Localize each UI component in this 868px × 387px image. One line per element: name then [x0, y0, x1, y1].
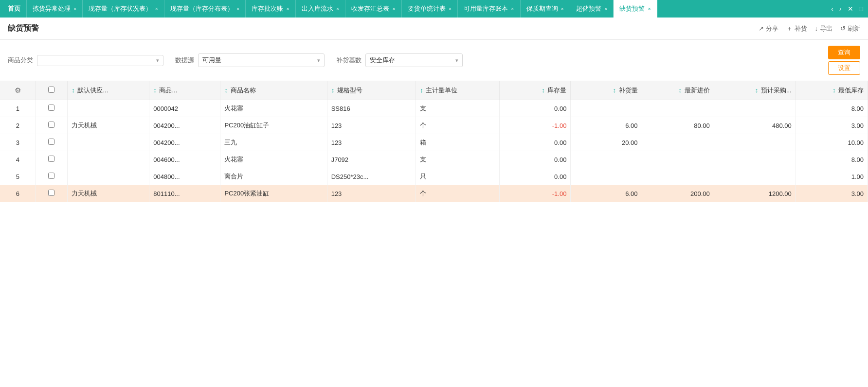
tab-recv[interactable]: 收发存汇总表×: [345, 0, 401, 18]
refresh-icon: ↺: [840, 25, 846, 32]
th-price-sort-icon: ↕: [679, 87, 682, 94]
tab-demand[interactable]: 要货单统计表×: [402, 0, 458, 18]
cell-code-5: 801110...: [149, 185, 220, 202]
th-supplier: ↕ 默认供应...: [68, 81, 149, 100]
th-code-label: 商品...: [159, 87, 177, 94]
th-code-sort-icon: ↕: [153, 87, 157, 94]
tab-stock-status[interactable]: 现存量（库存状况表）×: [83, 0, 164, 18]
th-minstock-label: 最低库存: [838, 87, 864, 94]
cell-price-0: [642, 100, 714, 117]
cell-supplier-4: [68, 168, 149, 185]
cell-cb-4: [36, 168, 68, 185]
row-checkbox-2[interactable]: [48, 139, 54, 145]
tab-overstock[interactable]: 超储预警×: [570, 0, 614, 18]
tab-shortage[interactable]: 缺货预警×: [614, 0, 657, 18]
th-name: ↕ 商品名称: [220, 81, 327, 100]
th-checkbox: [36, 81, 68, 100]
cell-supplier-5: 力天机械: [68, 185, 149, 202]
tab-expire[interactable]: 保质期查询×: [521, 0, 570, 18]
tab-label-shortage: 缺货预警: [619, 4, 645, 13]
datasource-dropdown-icon: ▾: [317, 57, 320, 64]
base-select[interactable]: 安全库存 ▾: [365, 53, 463, 67]
row-checkbox-3[interactable]: [48, 156, 54, 162]
cell-minstock-3: 8.00: [796, 151, 868, 168]
table-row: 5004800...离合片DS250*23c...只0.001.00: [0, 168, 868, 185]
th-spec-label: 规格型号: [337, 87, 362, 94]
tab-close-shortage[interactable]: ×: [648, 6, 651, 12]
replenish-label: 补货: [795, 24, 807, 33]
category-select[interactable]: ▾: [37, 55, 163, 66]
cell-spec-3: J7092: [327, 151, 416, 168]
row-checkbox-0[interactable]: [48, 105, 54, 111]
datasource-select[interactable]: 可用量 ▾: [198, 53, 325, 67]
datasource-filter-group: 数据源 可用量 ▾: [175, 53, 325, 67]
export-button[interactable]: ↓ 导出: [815, 24, 833, 33]
th-stock-sort-icon: ↕: [542, 87, 545, 94]
row-checkbox-4[interactable]: [48, 173, 54, 179]
th-supplier-sort-icon: ↕: [72, 87, 75, 94]
settings-button[interactable]: 设置: [828, 61, 860, 75]
th-unit-label: 主计量单位: [426, 87, 457, 94]
tab-home[interactable]: 首页: [2, 0, 27, 18]
replenish-button[interactable]: ＋ 补货: [786, 24, 807, 33]
tab-avail[interactable]: 可用量库存账本×: [458, 0, 520, 18]
tab-close-stock-status[interactable]: ×: [155, 6, 158, 12]
close-window-button[interactable]: ✕: [845, 5, 856, 13]
cell-price-3: [642, 151, 714, 168]
select-all-checkbox[interactable]: [48, 87, 54, 93]
row-checkbox-5[interactable]: [48, 190, 54, 196]
main-content: 缺货预警 ↗ 分享 ＋ 补货 ↓ 导出 ↺ 刷新 商品分类: [0, 18, 868, 387]
tab-bar: 首页拣货异常处理×现存量（库存状况表）×现存量（库存分布表）×库存批次账×出入库…: [0, 0, 868, 18]
tab-close-demand[interactable]: ×: [449, 6, 452, 12]
th-replen-label: 补货量: [619, 87, 638, 94]
tab-close-expire[interactable]: ×: [561, 6, 564, 12]
tab-exception[interactable]: 拣货异常处理×: [27, 0, 83, 18]
next-tab-button[interactable]: ›: [836, 5, 845, 13]
row-checkbox-1[interactable]: [48, 122, 54, 128]
cell-replen-3: [571, 151, 642, 168]
tab-close-recv[interactable]: ×: [392, 6, 395, 12]
replenish-icon: ＋: [786, 24, 793, 33]
th-gear: ⚙: [0, 81, 36, 100]
gear-icon[interactable]: ⚙: [15, 86, 21, 94]
tab-close-exception[interactable]: ×: [73, 6, 76, 12]
tab-close-avail[interactable]: ×: [511, 6, 514, 12]
th-price-label: 最新进价: [685, 87, 710, 94]
refresh-button[interactable]: ↺ 刷新: [840, 24, 860, 33]
category-label: 商品分类: [8, 56, 33, 65]
th-minstock: ↕ 最低库存: [796, 81, 868, 100]
tab-inout[interactable]: 出入库流水×: [296, 0, 345, 18]
cell-code-2: 004200...: [149, 134, 220, 151]
tab-label-overstock: 超储预警: [576, 4, 601, 13]
cell-spec-2: 123: [327, 134, 416, 151]
tab-stock-dist[interactable]: 现存量（库存分布表）×: [164, 0, 246, 18]
maximize-button[interactable]: □: [856, 5, 866, 13]
cell-cb-1: [36, 117, 68, 134]
page-title: 缺货预警: [8, 23, 39, 34]
cell-supplier-2: [68, 134, 149, 151]
th-code: ↕ 商品...: [149, 81, 220, 100]
tab-close-overstock[interactable]: ×: [604, 6, 607, 12]
cell-unit-5: 个: [416, 185, 500, 202]
query-button[interactable]: 查询: [828, 46, 860, 59]
tab-label-recv: 收发存汇总表: [351, 4, 389, 13]
tab-close-batch[interactable]: ×: [286, 6, 289, 12]
tab-label-stock-status: 现存量（库存状况表）: [89, 4, 152, 13]
th-price: ↕ 最新进价: [642, 81, 714, 100]
prev-tab-button[interactable]: ‹: [828, 5, 836, 13]
share-button[interactable]: ↗ 分享: [759, 24, 778, 33]
th-unit: ↕ 主计量单位: [416, 81, 500, 100]
th-replen-sort-icon: ↕: [613, 87, 616, 94]
cell-name-1: PC200油缸缸子: [220, 117, 327, 134]
cell-unit-4: 只: [416, 168, 500, 185]
table-row: 10000042火花塞SS816支0.008.00: [0, 100, 868, 117]
cell-name-5: PC200张紧油缸: [220, 185, 327, 202]
datasource-label: 数据源: [175, 56, 194, 65]
tab-close-inout[interactable]: ×: [336, 6, 339, 12]
tab-close-stock-dist[interactable]: ×: [236, 6, 239, 12]
cell-supplier-3: [68, 151, 149, 168]
cell-unit-3: 支: [416, 151, 500, 168]
filter-bar: 商品分类 ▾ 数据源 可用量 ▾ 补货基数 安全库存 ▾ 查询 设置: [0, 40, 868, 81]
cell-num-1: 2: [0, 117, 36, 134]
tab-batch[interactable]: 库存批次账×: [246, 0, 295, 18]
